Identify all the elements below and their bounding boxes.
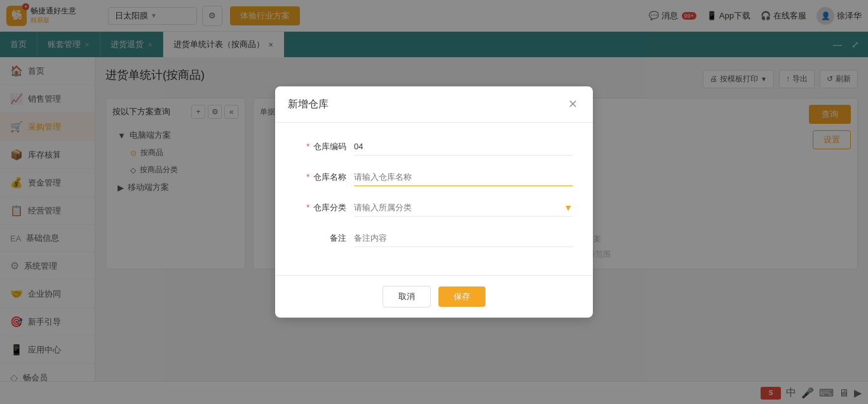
dialog-body: * 仓库编码 * 仓库名称 * 仓库分类 ▼ (275, 123, 593, 275)
cancel-button[interactable]: 取消 (383, 286, 431, 307)
dialog-footer: 取消 保存 (275, 275, 593, 318)
dialog-title: 新增仓库 (288, 98, 329, 111)
remark-input[interactable] (354, 229, 573, 247)
form-row-code: * 仓库编码 (295, 138, 573, 156)
category-dropdown-arrow[interactable]: ▼ (564, 203, 573, 213)
remark-label: 备注 (295, 232, 346, 244)
save-button[interactable]: 保存 (438, 286, 485, 307)
category-select[interactable]: ▼ (354, 199, 573, 217)
category-input[interactable] (354, 199, 564, 216)
name-label: * 仓库名称 (295, 172, 346, 183)
code-label: * 仓库编码 (295, 141, 346, 152)
dialog-header: 新增仓库 ✕ (275, 86, 593, 123)
name-input[interactable] (354, 168, 573, 186)
category-label: * 仓库分类 (295, 202, 346, 213)
form-row-remark: 备注 (295, 229, 573, 247)
code-input[interactable] (354, 138, 573, 156)
dialog-close-btn[interactable]: ✕ (565, 97, 580, 112)
form-row-category: * 仓库分类 ▼ (295, 199, 573, 217)
new-warehouse-dialog: 新增仓库 ✕ * 仓库编码 * 仓库名称 * 仓库分类 (275, 86, 593, 318)
form-row-name: * 仓库名称 (295, 168, 573, 186)
category-required: * (306, 203, 309, 212)
code-required: * (306, 142, 309, 151)
name-required: * (306, 172, 309, 182)
